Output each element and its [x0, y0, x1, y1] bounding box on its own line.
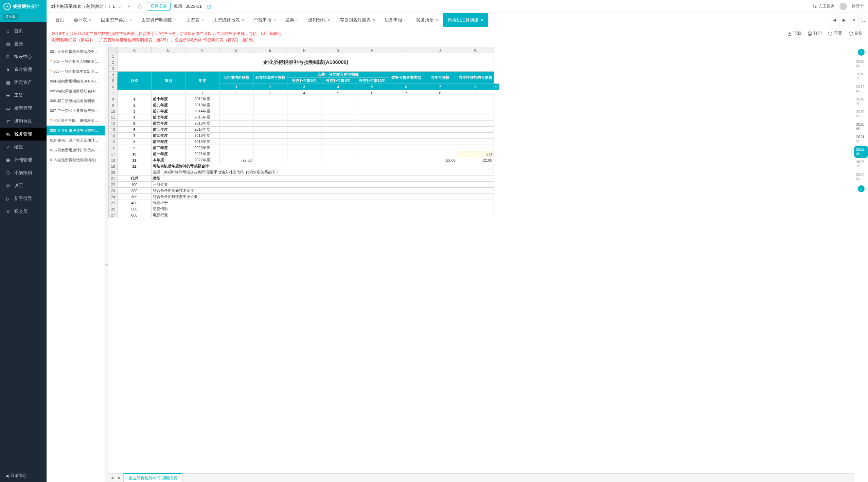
help-button[interactable]: 人工咨询	[812, 3, 835, 9]
tab[interactable]: 进销台账×	[303, 13, 335, 27]
account-selector[interactable]: 刘小艳演示账套（勿删勿动！）1 ⌄	[51, 3, 122, 10]
year-up-button[interactable]: ⌃	[858, 49, 865, 56]
tabs-close-all-button[interactable]: ✕	[849, 13, 858, 27]
form-list-item[interactable]: 012-减免所得税优惠明细表(...	[47, 155, 105, 165]
tab-close-button[interactable]: ×	[436, 18, 438, 22]
form-list-item[interactable]: ?008-资产折旧、摊销及纳税...	[47, 116, 105, 126]
form-list-item[interactable]: 010-免税、减计收入及加计...	[47, 135, 105, 145]
sheet-tab[interactable]: 企业所得税弥补亏损明细表	[124, 473, 182, 482]
col-header[interactable]: K	[457, 47, 494, 53]
tab[interactable]: 工资表×	[181, 13, 209, 27]
nav-item-inout[interactable]: ⇄进销台账	[0, 115, 47, 128]
tab[interactable]: 个税申报×	[249, 13, 281, 27]
nav-menu: ⌂首页▤总账⿲报表中心¥资金管理▦固定资产☰工资▭发票管理⇄进销台账%税务管理✓…	[0, 22, 47, 469]
tab-close-button[interactable]: ×	[373, 18, 375, 22]
reset-button[interactable]: 重置	[828, 31, 842, 36]
tab[interactable]: 工资统计报表×	[209, 13, 249, 27]
nav-item-asset[interactable]: ▦固定资产	[0, 76, 47, 89]
col-header[interactable]: I	[389, 47, 423, 53]
tab[interactable]: 固定资产类别×	[96, 13, 137, 27]
tabs-prev-button[interactable]: ◀	[830, 13, 839, 27]
period-value[interactable]: 2023-11	[185, 4, 202, 9]
tab-close-button[interactable]: ×	[273, 18, 276, 22]
form-list-item[interactable]: 004-期间费用明细表(A1040...	[47, 76, 105, 86]
year-down-button[interactable]: ⌄	[858, 185, 865, 192]
nav-item-chart[interactable]: ⿲报表中心	[0, 50, 47, 63]
old-version-button[interactable]: 切到旧版	[147, 2, 171, 11]
tab[interactable]: 所得税汇算清缴×	[443, 13, 488, 27]
col-header[interactable]: A	[118, 47, 152, 53]
year-item[interactable]: 2020年	[854, 120, 868, 133]
nav-item-vip[interactable]: V畅会员	[0, 205, 47, 218]
tab-close-button[interactable]: ×	[201, 18, 204, 22]
tab[interactable]: 会计表×	[69, 13, 96, 27]
tab[interactable]: 存货别名对照表×	[335, 13, 380, 27]
tab[interactable]: 发票×	[281, 13, 303, 27]
tab[interactable]: 首页	[51, 13, 69, 27]
col-header[interactable]: C	[185, 47, 219, 53]
calendar-icon	[207, 4, 211, 9]
form-list-item[interactable]: 007-广告费和业务宣传费跨...	[47, 106, 105, 116]
tab-close-button[interactable]: ×	[328, 18, 330, 22]
form-list-item[interactable]: ?002-一般企业收入明细表(A10...	[47, 57, 105, 67]
tab-close-button[interactable]: ×	[481, 18, 483, 22]
nav-item-money[interactable]: ¥资金管理	[0, 63, 47, 76]
form-list-item[interactable]: 009-企业所得税弥补亏损明...	[47, 126, 105, 135]
sheet-first-button[interactable]: ◀	[108, 474, 116, 482]
collapse-handle[interactable]: ≪	[105, 47, 108, 482]
tab-close-button[interactable]: ×	[89, 18, 91, 22]
year-item[interactable]: 2023年	[854, 158, 868, 171]
nav-item-settings[interactable]: ⚙设置	[0, 179, 47, 192]
nav-item-home[interactable]: ⌂首页	[0, 24, 47, 37]
col-header[interactable]: F	[287, 47, 321, 53]
tab-close-button[interactable]: ×	[129, 18, 132, 22]
add-account-button[interactable]: ＋	[125, 3, 132, 10]
tab-close-button[interactable]: ×	[242, 18, 244, 22]
col-header[interactable]: E	[253, 47, 287, 53]
tab-close-button[interactable]: ×	[296, 18, 299, 22]
nav-item-ledger[interactable]: ▤总账	[0, 37, 47, 50]
reset-icon	[828, 31, 833, 36]
form-list-item[interactable]: 006-职工薪酬纳税调整明细...	[47, 96, 105, 106]
tabs-next-button[interactable]: ▶	[839, 13, 849, 27]
col-header[interactable]: H	[355, 47, 389, 53]
tab[interactable]: 税务申报×	[380, 13, 411, 27]
unpin-button[interactable]: ◀ 取消固定	[0, 469, 47, 482]
year-item: 2018年	[854, 95, 868, 108]
form-list-item[interactable]: 011-研发费用加计扣除优惠...	[47, 145, 105, 155]
col-header[interactable]: D	[219, 47, 253, 53]
sheet-last-button[interactable]: ▶	[116, 474, 123, 482]
form-list-item[interactable]: ?003-一般企业成本支出明细...	[47, 67, 105, 76]
form-list-item[interactable]: 005-纳税调整项目明细表(A1...	[47, 86, 105, 96]
fullscreen-button[interactable]: ⛶	[858, 13, 868, 27]
nav-item-salary[interactable]: ☰工资	[0, 89, 47, 102]
nav-item-tax[interactable]: %税务管理	[0, 128, 47, 141]
settings-icon-button[interactable]	[136, 3, 143, 10]
nav-item-invoice[interactable]: ▭发票管理	[0, 102, 47, 115]
tab[interactable]: 税务清册×	[411, 13, 443, 27]
nav-item-close[interactable]: ✓结账	[0, 141, 47, 153]
calendar-button[interactable]	[205, 3, 213, 10]
avatar[interactable]	[839, 3, 847, 10]
col-header[interactable]: G	[321, 47, 355, 53]
horizontal-scrollbar[interactable]	[189, 476, 847, 480]
print-button[interactable]: 打印	[808, 31, 822, 36]
tab[interactable]: 固定资产明细账×	[137, 13, 181, 27]
nav-item-reimburse[interactable]: G小畅报销	[0, 166, 47, 179]
col-header[interactable]: B	[152, 47, 185, 53]
tab-close-button[interactable]: ×	[174, 18, 177, 22]
form-list-item[interactable]: 001-企业所得税年度纳税申...	[47, 47, 105, 57]
nav-item-archive[interactable]: ▣归档管理	[0, 153, 47, 166]
year-item: 2019年	[854, 108, 868, 120]
tab-close-button[interactable]: ×	[404, 18, 407, 22]
year-item[interactable]: 2022年	[854, 146, 868, 158]
year-item: 2016年	[854, 70, 868, 83]
refresh-button[interactable]: 刷新	[848, 31, 863, 36]
year-item[interactable]: 2021年	[854, 133, 868, 146]
download-button[interactable]: 下载	[787, 31, 801, 36]
nav-item-guide[interactable]: ▷新手引导	[0, 192, 47, 205]
sheet-grid[interactable]: ABCDEFGHIJK1企业所得税弥补亏损明细表(A106000)234 行次项…	[108, 47, 854, 473]
svg-rect-1	[207, 5, 211, 8]
salary-icon: ☰	[5, 93, 11, 98]
col-header[interactable]: J	[423, 47, 457, 53]
